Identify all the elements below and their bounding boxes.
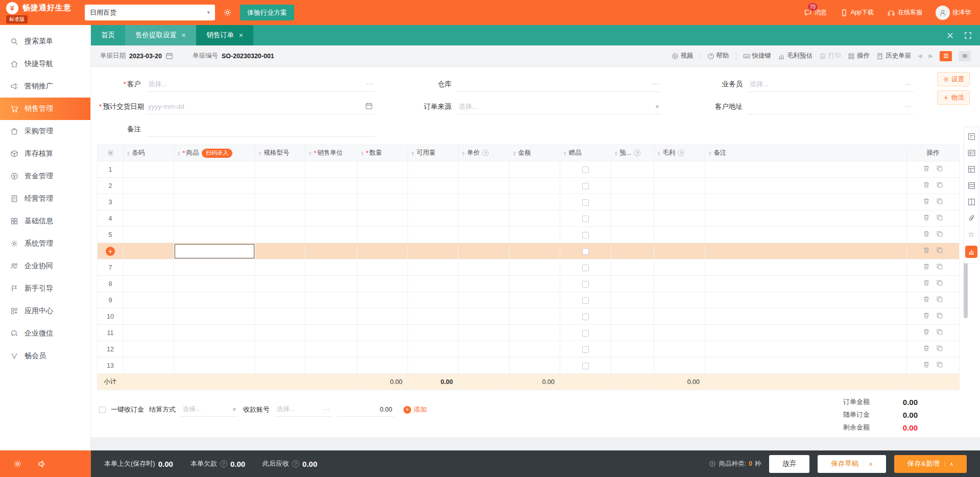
cell-product[interactable] bbox=[174, 161, 255, 178]
cell-price[interactable] bbox=[459, 227, 510, 243]
delete-row-icon[interactable] bbox=[923, 279, 930, 287]
next-doc-icon[interactable]: ▶ bbox=[929, 53, 933, 59]
cell-remark[interactable] bbox=[705, 292, 907, 308]
cell-remark[interactable] bbox=[705, 325, 907, 341]
fullscreen-icon[interactable] bbox=[964, 32, 972, 39]
deposit-amount-input[interactable]: 0.00 bbox=[337, 402, 394, 417]
list-panel-icon[interactable] bbox=[967, 181, 976, 190]
copy-row-icon[interactable] bbox=[936, 263, 943, 270]
cell-amount[interactable] bbox=[510, 276, 560, 292]
cell-barcode[interactable] bbox=[124, 194, 174, 210]
gift-checkbox[interactable] bbox=[582, 281, 589, 288]
video-button[interactable]: 视频 bbox=[672, 52, 694, 60]
tab-home[interactable]: 首页 bbox=[91, 25, 125, 45]
cell-spec[interactable] bbox=[255, 357, 305, 374]
delete-row-icon[interactable] bbox=[923, 361, 930, 368]
history-docs-button[interactable]: 历史单据 bbox=[876, 52, 911, 60]
cell-pre[interactable] bbox=[611, 194, 654, 210]
cell-product[interactable] bbox=[174, 341, 255, 357]
cell-gift[interactable] bbox=[560, 357, 611, 374]
list-view-toggle[interactable] bbox=[940, 51, 952, 61]
settle-method-select[interactable]: 选择... ▾ bbox=[181, 402, 238, 417]
customer-address-field[interactable]: ⋯ bbox=[748, 99, 914, 114]
sidebar-item-business-management[interactable]: 经营管理 bbox=[0, 187, 90, 210]
cell-qty[interactable] bbox=[357, 276, 408, 292]
cell-qty[interactable] bbox=[357, 341, 408, 357]
cell-spec[interactable] bbox=[255, 178, 305, 194]
cell-remark[interactable] bbox=[705, 308, 907, 325]
cell-spec[interactable] bbox=[255, 276, 305, 292]
more-icon[interactable]: ⋯ bbox=[905, 103, 912, 110]
cell-spec[interactable] bbox=[255, 292, 305, 308]
cell-amount[interactable] bbox=[510, 227, 560, 243]
save-draft-button[interactable]: 保存草稿 ∧ bbox=[818, 455, 886, 473]
col-header-pre[interactable]: 预... bbox=[611, 145, 654, 161]
close-tab-icon[interactable]: ✕ bbox=[238, 32, 243, 39]
settings-gear-icon[interactable] bbox=[13, 460, 22, 468]
cell-remark[interactable] bbox=[705, 276, 907, 292]
cell-qty[interactable] bbox=[357, 161, 408, 178]
cell-gift[interactable] bbox=[560, 194, 611, 210]
copy-row-icon[interactable] bbox=[936, 165, 943, 172]
cell-spec[interactable] bbox=[255, 341, 305, 357]
cell-gift[interactable] bbox=[560, 341, 611, 357]
scan-input-badge[interactable]: 扫码录入 bbox=[202, 149, 232, 158]
cell-gift[interactable] bbox=[560, 210, 611, 227]
cell-barcode[interactable] bbox=[124, 308, 174, 325]
cell-gift[interactable] bbox=[560, 178, 611, 194]
cell-qty[interactable] bbox=[357, 194, 408, 210]
cell-qty[interactable] bbox=[357, 210, 408, 227]
sidebar-item-app-center[interactable]: 应用中心 bbox=[0, 300, 90, 322]
tab-sales-order[interactable]: 销售订单 ✕ bbox=[196, 25, 253, 45]
copy-row-icon[interactable] bbox=[936, 328, 943, 336]
cell-product[interactable] bbox=[174, 276, 255, 292]
grid-view-toggle[interactable] bbox=[959, 51, 971, 61]
add-payment-button[interactable]: + 添加 bbox=[403, 405, 427, 414]
more-icon[interactable]: ⋯ bbox=[366, 80, 373, 88]
cell-product[interactable] bbox=[174, 308, 255, 325]
cell-gift[interactable] bbox=[560, 161, 611, 178]
cell-unit[interactable] bbox=[305, 243, 357, 259]
hotkey-button[interactable]: 快捷键 bbox=[743, 52, 772, 60]
sidebar-item-sales-management[interactable]: 销售管理 bbox=[0, 98, 90, 120]
gift-checkbox[interactable] bbox=[582, 265, 589, 271]
cell-barcode[interactable] bbox=[124, 161, 174, 178]
cell-qty[interactable] bbox=[357, 325, 408, 341]
cell-qty[interactable] bbox=[357, 227, 408, 243]
doc-no-value[interactable]: SO-20230320-001 bbox=[222, 53, 274, 60]
col-header-barcode[interactable]: 条码 bbox=[124, 145, 174, 161]
sidebar-item-enterprise-collab[interactable]: 企业协同 bbox=[0, 255, 90, 277]
more-icon[interactable]: ⋯ bbox=[905, 80, 912, 88]
gift-checkbox[interactable] bbox=[582, 297, 589, 304]
sidebar-item-quick-nav[interactable]: 快捷导航 bbox=[0, 53, 90, 75]
cell-price[interactable] bbox=[459, 325, 510, 341]
sidebar-item-funds-management[interactable]: 资金管理 bbox=[0, 165, 90, 187]
add-row-button[interactable]: + bbox=[106, 247, 115, 256]
cell-amount[interactable] bbox=[510, 357, 560, 374]
cell-remark[interactable] bbox=[705, 178, 907, 194]
copy-row-icon[interactable] bbox=[936, 361, 943, 368]
delete-row-icon[interactable] bbox=[923, 345, 930, 352]
cell-amount[interactable] bbox=[510, 210, 560, 227]
col-header-product[interactable]: 商品扫码录入 bbox=[174, 145, 255, 161]
copy-row-icon[interactable] bbox=[936, 345, 943, 352]
delete-row-icon[interactable] bbox=[923, 198, 930, 205]
delete-row-icon[interactable] bbox=[923, 181, 930, 188]
cell-unit[interactable] bbox=[305, 161, 357, 178]
cell-barcode[interactable] bbox=[124, 292, 174, 308]
cell-amount[interactable] bbox=[510, 325, 560, 341]
cell-spec[interactable] bbox=[255, 210, 305, 227]
sidebar-item-enterprise-wechat[interactable]: 企业微信 bbox=[0, 322, 90, 345]
cell-pre[interactable] bbox=[611, 178, 654, 194]
prev-doc-icon[interactable]: ◀ bbox=[918, 53, 922, 59]
columns-panel-icon[interactable] bbox=[967, 198, 976, 206]
remark-field[interactable] bbox=[146, 122, 375, 137]
chevron-up-icon[interactable]: ∧ bbox=[945, 461, 953, 467]
cell-barcode[interactable] bbox=[124, 259, 174, 276]
cell-gift[interactable] bbox=[560, 243, 611, 259]
product-input[interactable] bbox=[175, 244, 254, 258]
one-key-deposit-checkbox[interactable] bbox=[99, 407, 106, 413]
copy-row-icon[interactable] bbox=[936, 198, 943, 205]
cell-remark[interactable] bbox=[705, 161, 907, 178]
cell-gift[interactable] bbox=[560, 325, 611, 341]
